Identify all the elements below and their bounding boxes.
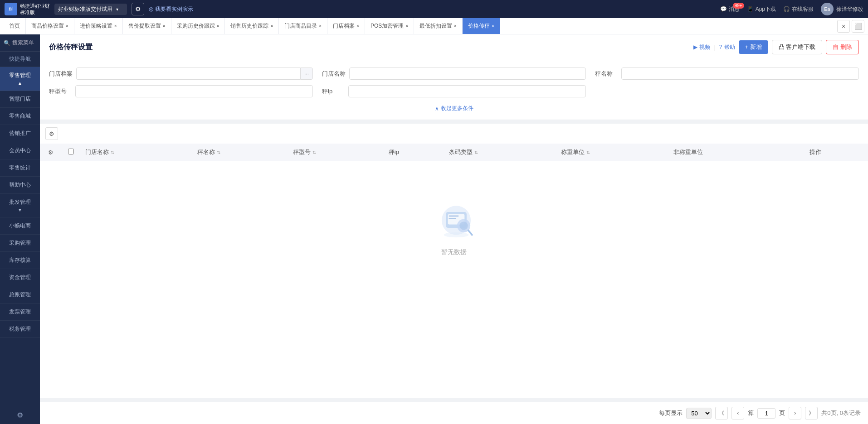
store-file-input[interactable] — [76, 67, 300, 80]
prev-page-button[interactable]: ‹ — [731, 407, 744, 419]
svg-rect-8 — [449, 218, 457, 219]
add-button[interactable]: + 新增 — [739, 40, 768, 54]
scale-ip-input[interactable] — [348, 85, 586, 97]
download-client-button[interactable]: 凸 客户端下载 — [772, 40, 823, 54]
sidebar-item-marketing[interactable]: 营销推广 — [0, 125, 40, 142]
close-icon[interactable]: × — [454, 24, 457, 29]
store-file-field: 门店档案 ··· — [49, 67, 313, 80]
expand-tab-button[interactable]: ⬜ — [852, 20, 864, 33]
close-icon[interactable]: × — [270, 24, 273, 29]
gear-icon: ⚙ — [17, 411, 23, 419]
content-area: 价格传秤设置 ▶ 视频 | ? 帮助 + 新增 凸 客户端下载 自 删除 — [40, 34, 868, 424]
sidebar-settings-button[interactable]: ⚙ — [0, 406, 40, 424]
tab-sale-price[interactable]: 售价提取设置 × — [123, 18, 171, 34]
svg-rect-7 — [449, 215, 459, 217]
sort-icon: ⇅ — [111, 150, 114, 155]
tab-home[interactable]: 首页 — [4, 18, 26, 34]
sidebar-quick-nav[interactable]: 快捷导航 — [0, 52, 40, 67]
tab-min-discount[interactable]: 最低折扣设置 × — [414, 18, 463, 34]
store-name-field: 门店名称 — [322, 67, 586, 80]
sidebar-item-finance[interactable]: 资金管理 — [0, 269, 40, 286]
close-icon[interactable]: × — [356, 24, 359, 29]
avatar: Ea — [821, 3, 834, 15]
messages-button[interactable]: 💬 消息 99+ — [720, 5, 740, 13]
app-download-button[interactable]: 📱 App下载 — [747, 5, 776, 13]
tab-store-file[interactable]: 门店档案 × — [327, 18, 365, 34]
sidebar-item-purchase[interactable]: 采购管理 — [0, 235, 40, 252]
sidebar-item-retail-mall[interactable]: 零售商城 — [0, 108, 40, 125]
close-icon[interactable]: × — [114, 24, 117, 29]
svg-point-5 — [459, 222, 468, 230]
tab-purchase-history[interactable]: 采购历史价跟踪 × — [171, 18, 225, 34]
tab-bar: 首页 商品价格设置 × 进价策略设置 × 售价提取设置 × 采购历史价跟踪 × … — [0, 18, 868, 34]
sidebar-item-help[interactable]: 帮助中心 — [0, 177, 40, 194]
sidebar-item-tax[interactable]: 税务管理 — [0, 321, 40, 338]
sidebar-item-retail-management[interactable]: 零售管理 ▲ — [0, 67, 40, 91]
table-area: ⚙ ⚙ 门店名称 ⇅ 秤名称 ⇅ — [40, 124, 868, 398]
delete-button[interactable]: 自 删除 — [826, 40, 859, 54]
close-icon[interactable]: × — [319, 24, 322, 29]
sidebar-item-ecommerce[interactable]: 小畅电商 — [0, 217, 40, 235]
page-number-input[interactable] — [757, 408, 775, 419]
online-service-button[interactable]: 🎧 在线客服 — [783, 5, 814, 13]
tab-price-scale[interactable]: 价格传秤 × — [463, 18, 500, 34]
table-settings-icon[interactable]: ⚙ — [45, 127, 58, 140]
sidebar-item-invoice[interactable]: 发票管理 — [0, 304, 40, 321]
tab-sales-history[interactable]: 销售历史价跟踪 × — [225, 18, 279, 34]
version-selector[interactable]: 好业财标准版交付试用 ▾ — [54, 4, 127, 15]
th-checkbox — [62, 144, 80, 161]
table-toolbar: ⚙ — [40, 124, 868, 144]
scale-model-field: 秤型号 — [49, 85, 313, 97]
store-name-input[interactable] — [349, 67, 586, 80]
th-barcode-type: 条码类型 ⇅ — [444, 144, 556, 161]
sidebar-item-smart-store[interactable]: 智慧门店 — [0, 91, 40, 108]
app-logo: 财 畅捷通好业财 标准版 — [5, 3, 50, 16]
tab-purchase-strategy[interactable]: 进价策略设置 × — [74, 18, 123, 34]
data-table: ⚙ 门店名称 ⇅ 秤名称 ⇅ 秤型号 — [40, 144, 868, 161]
store-file-picker-button[interactable]: ··· — [300, 67, 313, 80]
page-title: 价格传秤设置 — [49, 43, 93, 52]
tab-store-catalog[interactable]: 门店商品目录 × — [279, 18, 327, 34]
user-menu[interactable]: Ea 徐泽华修改 — [821, 3, 863, 15]
scale-ip-field: 秤ip — [322, 85, 586, 97]
collapse-button[interactable]: ∧ 收起更多条件 — [49, 103, 859, 114]
close-tab-button[interactable]: × — [837, 20, 850, 33]
page-size-select[interactable]: 50 10 20 100 — [686, 408, 712, 419]
next-page-button[interactable]: › — [789, 407, 801, 419]
sidebar-item-wholesale[interactable]: 批发管理 ▼ — [0, 194, 40, 217]
close-icon[interactable]: × — [66, 24, 68, 29]
tab-product-price[interactable]: 商品价格设置 × — [26, 18, 74, 34]
scale-name-input[interactable] — [621, 67, 859, 80]
close-icon[interactable]: × — [405, 24, 408, 29]
video-link[interactable]: ▶ 视频 — [693, 43, 710, 51]
sidebar-item-member[interactable]: 会员中心 — [0, 142, 40, 159]
th-scale-model: 秤型号 ⇅ — [288, 144, 383, 161]
th-store-name: 门店名称 ⇅ — [80, 144, 192, 161]
settings-button[interactable]: ⚙ — [132, 3, 144, 15]
th-non-weight-unit: 非称重单位 — [668, 144, 804, 161]
close-icon[interactable]: × — [217, 24, 219, 29]
select-all-checkbox[interactable] — [68, 149, 74, 154]
pagination: 每页显示 50 10 20 100 《 ‹ 算 页 › 》 共0页, 0条记录 — [40, 402, 868, 424]
next-page-icon: › — [794, 410, 796, 416]
th-weight-unit: 称重单位 ⇅ — [556, 144, 668, 161]
sidebar-item-ledger[interactable]: 总账管理 — [0, 286, 40, 304]
help-link[interactable]: ? 帮助 — [719, 43, 735, 51]
last-page-button[interactable]: 》 — [805, 407, 818, 419]
top-bar-right: 💬 消息 99+ 📱 App下载 🎧 在线客服 Ea 徐泽华修改 — [720, 3, 863, 15]
sort-icon: ⇅ — [312, 150, 316, 155]
close-icon[interactable]: × — [163, 24, 166, 29]
th-scale-name: 秤名称 ⇅ — [192, 144, 288, 161]
sidebar-search[interactable]: 🔍 搜索菜单 — [0, 34, 40, 52]
tab-pos-encrypt[interactable]: POS加密管理 × — [365, 18, 414, 34]
svg-line-6 — [468, 230, 472, 235]
scale-model-input[interactable] — [75, 85, 313, 97]
th-scale-ip: 秤ip — [383, 144, 444, 161]
empty-illustration — [431, 198, 477, 243]
sidebar-item-retail-stats[interactable]: 零售统计 — [0, 159, 40, 177]
sidebar-item-inventory[interactable]: 库存核算 — [0, 252, 40, 269]
gear-icon: ⚙ — [135, 5, 141, 13]
first-page-button[interactable]: 《 — [715, 407, 728, 419]
demo-button[interactable]: ◎ 我要看实例演示 — [149, 5, 193, 13]
close-icon[interactable]: × — [492, 24, 494, 29]
